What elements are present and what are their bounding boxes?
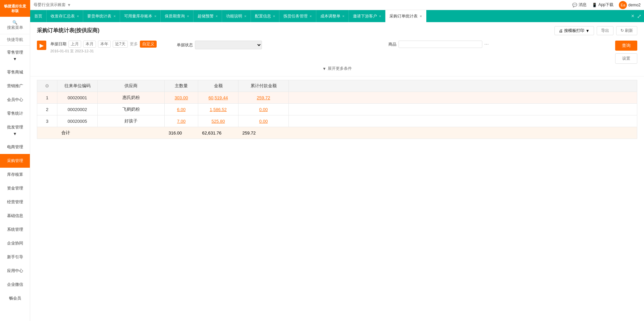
sidebar-item-vip[interactable]: 畅会员: [0, 291, 30, 305]
tab-config-info[interactable]: 配置信息 ×: [251, 10, 279, 22]
date-this-year-btn[interactable]: 本年: [98, 41, 111, 48]
tab-close-icon[interactable]: ×: [154, 14, 156, 18]
sidebar-item-ecom-mgmt[interactable]: 电商管理: [0, 140, 30, 154]
tab-close-icon[interactable]: ×: [187, 14, 189, 18]
sidebar-item-retail-mgmt[interactable]: 零售管理 ▼: [0, 46, 30, 65]
th-supplier: 供应商: [98, 80, 165, 92]
export-button[interactable]: 导出: [597, 26, 613, 35]
sidebar-item-member[interactable]: 会员中心: [0, 93, 30, 107]
tab-close-icon[interactable]: ×: [244, 14, 246, 18]
date-range-display: 2016-01-01 至 2023-12-31: [50, 49, 157, 54]
dropdown-arrow-icon: ▼: [586, 29, 590, 33]
date-custom-btn[interactable]: 自定义: [140, 41, 157, 48]
cell-code: 00020002: [57, 104, 98, 115]
tab-collect-pay[interactable]: 收发存汇总表 ×: [47, 10, 83, 22]
tab-shelf-life[interactable]: 保质期查询 ×: [161, 10, 193, 22]
cell-amount[interactable]: 525.80: [198, 115, 238, 127]
th-code: 往来单位编码: [57, 80, 98, 92]
tab-cost-adj[interactable]: 成本调整单 ×: [316, 10, 349, 22]
sidebar-item-purchase-mgmt[interactable]: 采购管理: [0, 154, 30, 168]
cell-paid[interactable]: 0.00: [238, 115, 289, 127]
chevron-down-icon: ▼: [13, 57, 17, 61]
sidebar-search[interactable]: 🔍 搜索菜单: [0, 17, 30, 34]
table-area: ⚙ 往来单位编码 供应商 主数量 金额 累计付款金额 1 00020001 惠氏…: [30, 76, 644, 142]
data-table: ⚙ 往来单位编码 供应商 主数量 金额 累计付款金额 1 00020001 惠氏…: [37, 80, 637, 139]
tab-close-icon[interactable]: ×: [420, 14, 422, 18]
date-more-btn[interactable]: 更多: [130, 41, 138, 47]
cell-qty[interactable]: 7.00: [165, 115, 198, 127]
cell-qty[interactable]: 303.00: [165, 92, 198, 104]
footer-qty: 316.00: [165, 127, 198, 139]
fullscreen-btn[interactable]: ⤢: [637, 13, 641, 19]
sidebar-item-ops-mgmt[interactable]: 经营管理: [0, 195, 30, 209]
footer-paid: 259.72: [238, 127, 289, 139]
cell-amount[interactable]: 1,586.52: [198, 104, 238, 115]
app-download-btn[interactable]: 📱 App下载: [592, 2, 613, 8]
sidebar-item-sys-mgmt[interactable]: 系统管理: [0, 223, 30, 236]
date-7days-btn[interactable]: 近7天: [113, 41, 128, 48]
sidebar: 畅捷通好生意 标版 🔍 搜索菜单 快捷导航 零售管理 ▼ 零售商城 营销推广 会…: [0, 0, 30, 321]
cell-supplier: 好孩子: [98, 115, 165, 127]
user-profile[interactable]: Ea demo2: [619, 1, 641, 9]
tab-close-icon[interactable]: ×: [342, 14, 344, 18]
tab-close-icon[interactable]: ×: [379, 14, 381, 18]
app-logo: 畅捷通好生意 标版: [0, 0, 30, 17]
th-paid: 累计付款金额: [238, 80, 289, 92]
topbar-right: 💬 消息 📱 App下载 Ea demo2: [572, 1, 641, 9]
cell-no: 2: [37, 104, 57, 115]
tab-close-icon[interactable]: ×: [77, 14, 79, 18]
tab-invite-downstream[interactable]: 邀请下游客户 ×: [349, 10, 385, 22]
tab-purchase-order-stats[interactable]: 采购订单统计表 ×: [385, 10, 426, 22]
sidebar-item-weixin[interactable]: 企业微信: [0, 278, 30, 291]
product-input[interactable]: [398, 41, 482, 48]
print-button[interactable]: 🖨 按模板打印 ▼: [554, 26, 594, 35]
close-tab-btn[interactable]: ×: [631, 13, 634, 19]
cell-qty[interactable]: 6.00: [165, 104, 198, 115]
sidebar-item-app-center[interactable]: 应用中心: [0, 264, 30, 278]
sidebar-item-batch-mgmt[interactable]: 批发管理 ▼: [0, 120, 30, 140]
filter-expand-btn[interactable]: ▼ 展开更多条件: [322, 66, 352, 71]
app-icon: 📱: [592, 3, 597, 7]
settings-button[interactable]: 设置: [615, 53, 637, 64]
table-footer-row: 合计 316.00 62,631.76 259.72: [37, 127, 637, 139]
date-last-month-btn[interactable]: 上月: [68, 41, 81, 48]
tab-close-icon[interactable]: ×: [273, 14, 275, 18]
search-icon: 🔍: [0, 20, 30, 25]
tab-home[interactable]: 首页: [30, 10, 47, 22]
footer-extra: [289, 127, 637, 139]
cell-paid[interactable]: 0.00: [238, 104, 289, 115]
status-select[interactable]: [195, 41, 262, 49]
sidebar-quicknav[interactable]: 快捷导航: [0, 34, 30, 46]
date-filter-section: 单据日期 上月 本月 本年 近7天 更多 自定义 2016-01-01 至 20…: [50, 41, 157, 54]
app-logo-text: 畅捷通好生意 标版: [4, 4, 26, 13]
product-more-btn[interactable]: ···: [484, 41, 489, 47]
avatar: Ea: [619, 1, 627, 9]
filter-toggle-button[interactable]: ▶: [37, 41, 46, 50]
cell-paid[interactable]: 259.72: [238, 92, 289, 104]
date-this-month-btn[interactable]: 本月: [83, 41, 96, 48]
expand-icon: ▼: [322, 66, 326, 71]
tab-close-icon[interactable]: ×: [310, 14, 312, 18]
sidebar-item-finance[interactable]: 资金管理: [0, 181, 30, 195]
sidebar-item-inventory[interactable]: 库存核算: [0, 168, 30, 181]
sidebar-item-retail-shop[interactable]: 零售商城: [0, 65, 30, 79]
sidebar-item-retail-stats[interactable]: 零售统计: [0, 107, 30, 120]
tab-func-desc[interactable]: 功能说明 ×: [222, 10, 251, 22]
sidebar-item-basic-info[interactable]: 基础信息: [0, 209, 30, 223]
tab-close-icon[interactable]: ×: [216, 14, 218, 18]
sidebar-item-enterprise[interactable]: 企业协同: [0, 236, 30, 250]
tab-close-icon[interactable]: ×: [113, 14, 115, 18]
settings-icon[interactable]: ⚙: [45, 83, 49, 89]
tab-pick-task[interactable]: 拣货任务管理 ×: [279, 10, 316, 22]
table-header-row: ⚙ 往来单位编码 供应商 主数量 金额 累计付款金额: [37, 80, 637, 92]
tab-available-stock[interactable]: 可用量库存账本 ×: [120, 10, 161, 22]
cell-amount[interactable]: 60,519.44: [198, 92, 238, 104]
message-btn[interactable]: 💬 消息: [572, 2, 587, 8]
refresh-button[interactable]: ↻ 刷新: [616, 26, 637, 35]
tab-goods-stats[interactable]: 要货单统计表 ×: [83, 10, 120, 22]
sidebar-item-marketing[interactable]: 营销推广: [0, 79, 30, 93]
tab-overstock-warn[interactable]: 超储预警 ×: [194, 10, 222, 22]
th-amount: 金额: [198, 80, 238, 92]
sidebar-item-newbie[interactable]: 新手引导: [0, 250, 30, 264]
query-button[interactable]: 查询: [615, 41, 637, 51]
